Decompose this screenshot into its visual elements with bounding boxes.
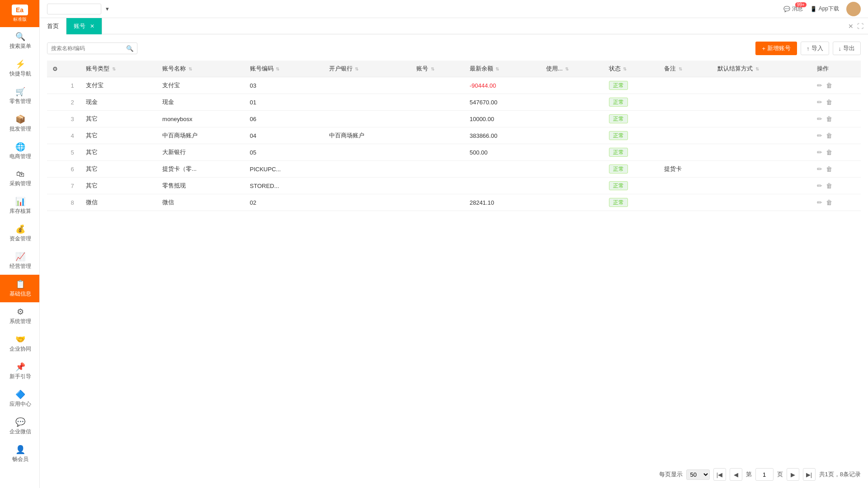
wholesale-icon: 📦 xyxy=(15,114,25,124)
sidebar-item-label: 新手引导 xyxy=(9,373,31,380)
page-first-button[interactable]: |◀ xyxy=(713,468,726,481)
export-button[interactable]: ↓ 导出 xyxy=(833,42,861,55)
row-name: 微信 xyxy=(158,194,245,211)
edit-button[interactable]: ✏ xyxy=(817,149,822,156)
top-dropdown[interactable]: ▾ xyxy=(106,5,109,12)
page-input[interactable] xyxy=(755,468,774,481)
page-next-button[interactable]: ▶ xyxy=(787,468,799,481)
col-name[interactable]: 账号名称 ⇅ xyxy=(158,61,245,77)
delete-button[interactable]: 🗑 xyxy=(826,99,832,106)
row-remark xyxy=(660,94,713,111)
edit-button[interactable]: ✏ xyxy=(817,82,822,89)
delete-button[interactable]: 🗑 xyxy=(826,182,832,189)
message-button[interactable]: 💬 消息 99+ xyxy=(783,5,803,13)
row-status: 正常 xyxy=(604,94,660,111)
tab-account[interactable]: 账号 ✕ xyxy=(66,18,102,34)
sidebar-item-ops[interactable]: 📈 经营管理 xyxy=(0,247,39,275)
col-default-settle[interactable]: 默认结算方式 ⇅ xyxy=(713,61,812,77)
col-remark[interactable]: 备注 ⇅ xyxy=(660,61,713,77)
main-area: ▾ 💬 消息 99+ 📱 App下载 首页 账号 ✕ ✕ ⛶ xyxy=(40,0,868,488)
sidebar-item-member[interactable]: 👤 畅会员 xyxy=(0,440,39,468)
delete-button[interactable]: 🗑 xyxy=(826,149,832,156)
row-code: PICKUPC... xyxy=(245,161,325,178)
row-num: 1 xyxy=(63,77,81,94)
row-account xyxy=(412,144,465,161)
sidebar-item-purchase[interactable]: 🛍 采购管理 xyxy=(0,165,39,192)
row-use xyxy=(542,94,604,111)
sidebar-item-inventory[interactable]: 📊 库存核算 xyxy=(0,192,39,220)
sidebar-item-label: 采购管理 xyxy=(9,180,31,188)
page-last-button[interactable]: ▶| xyxy=(803,468,816,481)
delete-button[interactable]: 🗑 xyxy=(826,199,832,206)
delete-button[interactable]: 🗑 xyxy=(826,132,832,139)
tab-close-icon[interactable]: ✕ xyxy=(90,23,94,29)
row-account xyxy=(412,194,465,211)
col-status[interactable]: 状态 ⇅ xyxy=(604,61,660,77)
delete-button[interactable]: 🗑 xyxy=(826,82,832,89)
add-icon: + xyxy=(762,45,765,52)
per-page-select[interactable]: 50 10 20 100 xyxy=(686,469,710,480)
add-account-button[interactable]: + 新增账号 xyxy=(755,42,797,55)
sidebar-item-wholesale[interactable]: 📦 批发管理 xyxy=(0,110,39,137)
wechat-icon: 💬 xyxy=(15,417,25,427)
col-settings[interactable]: ⚙ xyxy=(47,61,63,77)
tab-home[interactable]: 首页 xyxy=(40,18,66,34)
edit-button[interactable]: ✏ xyxy=(817,132,822,139)
delete-button[interactable]: 🗑 xyxy=(826,165,832,173)
tab-close-action[interactable]: ✕ xyxy=(847,22,854,31)
sidebar-item-quick-nav[interactable]: ⚡ 快捷导航 xyxy=(0,55,39,82)
col-type[interactable]: 账号类型 ⇅ xyxy=(81,61,158,77)
search-input[interactable] xyxy=(47,43,123,54)
col-balance[interactable]: 最新余额 ⇅ xyxy=(465,61,542,77)
col-account[interactable]: 账号 ⇅ xyxy=(412,61,465,77)
import-button[interactable]: ↑ 导入 xyxy=(801,42,829,55)
page-prev-button[interactable]: ◀ xyxy=(730,468,742,481)
total-label: 共1页，8条记录 xyxy=(819,470,861,479)
top-search-input[interactable] xyxy=(47,4,101,14)
row-use xyxy=(542,194,604,211)
edit-button[interactable]: ✏ xyxy=(817,115,822,122)
sidebar-item-wechat[interactable]: 💬 企业微信 xyxy=(0,413,39,440)
row-account xyxy=(412,127,465,144)
row-name: 大新银行 xyxy=(158,144,245,161)
edit-button[interactable]: ✏ xyxy=(817,199,822,206)
user-avatar[interactable] xyxy=(846,2,861,16)
version-label: 标准版 xyxy=(13,16,27,23)
row-use xyxy=(542,127,604,144)
row-status: 正常 xyxy=(604,127,660,144)
sidebar-item-finance[interactable]: 💰 资金管理 xyxy=(0,220,39,247)
row-code: 04 xyxy=(245,127,325,144)
edit-button[interactable]: ✏ xyxy=(817,182,822,189)
sidebar-item-ecommerce[interactable]: 🌐 电商管理 xyxy=(0,137,39,165)
sidebar-item-retail[interactable]: 🛒 零售管理 xyxy=(0,82,39,110)
retail-icon: 🛒 xyxy=(15,87,25,97)
row-type: 其它 xyxy=(81,144,158,161)
tab-expand-action[interactable]: ⛶ xyxy=(856,22,864,31)
sidebar-item-basic-info[interactable]: 📋 基础信息 xyxy=(0,275,39,302)
row-balance xyxy=(465,161,542,178)
sidebar-item-app-center[interactable]: 🔷 应用中心 xyxy=(0,385,39,413)
col-use[interactable]: 使用... ⇅ xyxy=(542,61,604,77)
row-balance: 10000.00 xyxy=(465,111,542,127)
add-label: 新增账号 xyxy=(767,44,791,52)
sidebar-item-sys[interactable]: ⚙ 系统管理 xyxy=(0,302,39,330)
row-action: ✏ 🗑 xyxy=(812,161,861,178)
search-button[interactable]: 🔍 xyxy=(123,43,137,54)
edit-button[interactable]: ✏ xyxy=(817,99,822,106)
col-bank[interactable]: 开户银行 ⇅ xyxy=(325,61,412,77)
search-box: 🔍 xyxy=(47,42,137,54)
app-download-button[interactable]: 📱 App下载 xyxy=(810,5,839,13)
guide-icon: 📌 xyxy=(15,362,25,372)
toolbar-right: + 新增账号 ↑ 导入 ↓ 导出 xyxy=(755,42,861,55)
row-type: 微信 xyxy=(81,194,158,211)
row-bank: 中百商场账户 xyxy=(325,127,412,144)
row-code: STORED... xyxy=(245,178,325,194)
edit-button[interactable]: ✏ xyxy=(817,165,822,173)
delete-button[interactable]: 🗑 xyxy=(826,115,832,122)
sidebar-item-enterprise[interactable]: 🤝 企业协同 xyxy=(0,330,39,357)
col-code[interactable]: 账号编码 ⇅ xyxy=(245,61,325,77)
search-menu-icon: 🔍 xyxy=(15,32,25,42)
sidebar-item-search-menu[interactable]: 🔍 搜索菜单 xyxy=(0,27,39,55)
sidebar-item-label: 基础信息 xyxy=(9,290,31,298)
sidebar-item-guide[interactable]: 📌 新手引导 xyxy=(0,357,39,385)
